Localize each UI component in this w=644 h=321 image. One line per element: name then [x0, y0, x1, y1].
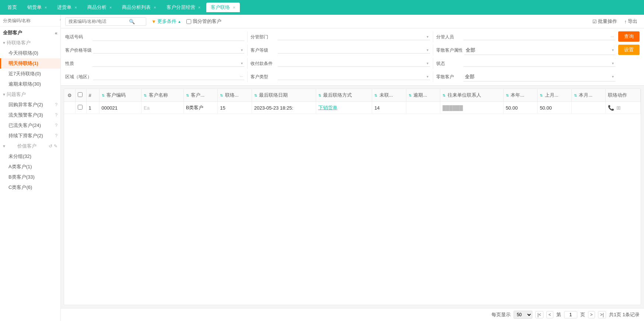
filter-price-level: 客户价格等级 ▾	[65, 47, 244, 54]
my-customers-checkbox[interactable]: 我分管的客户	[186, 18, 221, 25]
sort-icon[interactable]: ⇅	[102, 93, 105, 97]
help-icon[interactable]: ?	[55, 123, 57, 128]
sort-icon[interactable]: ⇅	[574, 93, 577, 97]
sidebar-item-churned[interactable]: 已流失客户(24) ?	[0, 120, 60, 131]
sidebar-search-input[interactable]	[3, 18, 58, 23]
col-overdue[interactable]: ⇅ 逾期...	[406, 89, 440, 102]
col-unit-contact[interactable]: ⇅ 往来单位联系人	[440, 89, 503, 102]
group-value-customers[interactable]: 价值客户 ↺ ✎	[0, 141, 60, 151]
nav-item-customer-contact[interactable]: 客户联络 ×	[206, 3, 239, 12]
prev-page-button[interactable]: <	[546, 311, 553, 318]
col-this-year[interactable]: ⇅ 本年...	[503, 89, 538, 102]
close-icon[interactable]: ×	[198, 5, 200, 10]
nav-item-product-analysis[interactable]: 商品分析 ×	[83, 3, 116, 12]
settings-button[interactable]: 设置	[618, 45, 640, 55]
sidebar-item-overdue-contact[interactable]: 逾期未联络(30)	[0, 79, 60, 89]
query-button[interactable]: 查询	[618, 31, 640, 42]
close-icon[interactable]: ×	[233, 5, 235, 10]
col-code[interactable]: ⇅ 客户编码	[99, 89, 141, 102]
next-page-button[interactable]: >	[588, 311, 595, 318]
group-problem-customers[interactable]: 问题客户	[0, 89, 60, 100]
sidebar-item-churn-warning[interactable]: 流失预警客户(3) ?	[0, 110, 60, 120]
col-contact[interactable]: ⇅ 联络...	[218, 89, 252, 102]
col-last-method[interactable]: ⇅ 最后联络方式	[316, 89, 372, 102]
search-icon[interactable]: 🔍	[129, 19, 135, 24]
row-last-method-cell[interactable]: 下销货单	[316, 102, 372, 114]
nav-item-product-list[interactable]: 商品分析列表 ×	[118, 3, 160, 12]
nav-item-purchase[interactable]: 进货单 ×	[53, 3, 81, 12]
sort-icon[interactable]: ⇅	[254, 93, 257, 97]
export-button[interactable]: ↑ 导出	[622, 17, 640, 26]
sort-icon[interactable]: ⇅	[409, 93, 412, 97]
data-table-container: ⚙ # ⇅ 客户编码 ⇅	[64, 89, 641, 305]
per-page-select[interactable]: 50 100 200	[514, 311, 532, 319]
col-checkbox[interactable]	[75, 89, 86, 102]
sidebar-item-tomorrow-contact[interactable]: 明天待联络(1)	[0, 58, 60, 69]
sidebar: 🔍 全部客户 « 待联络客户 今天待联络(0) 明天待联络(1) 近7天待联络(…	[0, 15, 61, 321]
my-customers-check[interactable]	[186, 19, 191, 24]
col-last-month[interactable]: ⇅ 上月...	[538, 89, 572, 102]
page-input[interactable]	[564, 311, 577, 318]
phone-input[interactable]	[92, 33, 244, 41]
more-conditions-button[interactable]: ▼ 更多条件 ▲	[149, 17, 183, 26]
status-select[interactable]: ▾	[463, 60, 615, 67]
close-icon[interactable]: ×	[154, 5, 156, 10]
col-type[interactable]: ⇅ 客户...	[183, 89, 218, 102]
sidebar-item-ungrouped[interactable]: 未分组(32)	[0, 151, 60, 162]
col-settings[interactable]: ⚙	[64, 89, 75, 102]
col-name[interactable]: ⇅ 客户名称	[141, 89, 184, 102]
group-pending-contact[interactable]: 待联络客户	[0, 38, 60, 48]
retail-attr-select[interactable]: 全部▾	[464, 46, 615, 55]
sort-icon[interactable]: ⇅	[506, 93, 509, 97]
retail-customer-select[interactable]: 全部▾	[463, 72, 615, 82]
sidebar-item-class-c[interactable]: C类客户(6)	[0, 182, 60, 193]
sort-icon[interactable]: ⇅	[144, 93, 147, 97]
nav-item-home[interactable]: 首页	[3, 3, 21, 12]
sort-icon[interactable]: ⇅	[318, 93, 321, 97]
price-level-select[interactable]: ▾	[93, 47, 244, 54]
sort-icon[interactable]: ⇅	[540, 93, 543, 97]
help-icon[interactable]: ?	[55, 113, 57, 118]
nav-item-customer-tier[interactable]: 客户分层经营 ×	[162, 3, 205, 12]
row-checkbox-cell[interactable]	[75, 102, 86, 114]
sidebar-item-class-b[interactable]: B类客户(33)	[0, 172, 60, 182]
contact-action-icon[interactable]: 📞	[608, 105, 614, 111]
nature-select[interactable]: ▾	[92, 60, 244, 67]
collapse-icon[interactable]: «	[55, 30, 57, 36]
edit-icon[interactable]: ✎	[54, 144, 57, 149]
sort-icon[interactable]: ⇅	[220, 93, 223, 97]
sidebar-item-declining[interactable]: 持续下滑客户(2) ?	[0, 131, 60, 141]
customer-type-select[interactable]: ▾	[278, 73, 430, 80]
customer-level-select[interactable]: ▾	[278, 47, 430, 54]
qr-action-icon[interactable]: ⊞	[616, 105, 621, 111]
refresh-icon[interactable]: ↺	[49, 144, 52, 149]
sidebar-item-7days-contact[interactable]: 近7天待联络(0)	[0, 69, 60, 79]
close-icon[interactable]: ×	[45, 5, 47, 10]
col-this-month[interactable]: ⇅ 本月...	[571, 89, 606, 102]
sort-icon[interactable]: ⇅	[374, 93, 377, 97]
person-select[interactable]: ···	[463, 34, 615, 40]
col-last-date[interactable]: ⇅ 最后联络日期	[252, 89, 316, 102]
col-not-contacted[interactable]: ⇅ 未联...	[372, 89, 406, 102]
sidebar-item-abnormal-repurchase[interactable]: 回购异常客户(2) ?	[0, 100, 60, 110]
row-not-contacted-cell: 14	[372, 102, 406, 114]
select-all-checkbox[interactable]	[78, 92, 83, 97]
row-code-cell: 000021	[99, 102, 141, 114]
sidebar-item-today-contact[interactable]: 今天待联络(0)	[0, 48, 60, 58]
first-page-button[interactable]: |<	[535, 311, 543, 318]
sort-icon[interactable]: ⇅	[186, 93, 189, 97]
batch-operation-button[interactable]: ☑ 批量操作	[590, 17, 619, 26]
dept-select[interactable]: ▾	[278, 34, 430, 40]
row-checkbox[interactable]	[78, 105, 83, 110]
sort-icon[interactable]: ⇅	[442, 93, 445, 97]
close-icon[interactable]: ×	[109, 5, 112, 10]
last-page-button[interactable]: >|	[598, 311, 606, 318]
sidebar-item-class-a[interactable]: A类客户(1)	[0, 162, 60, 172]
help-icon[interactable]: ?	[55, 102, 57, 107]
payment-select[interactable]: ▾	[278, 60, 430, 67]
help-icon[interactable]: ?	[55, 133, 57, 138]
main-search-input[interactable]	[69, 19, 127, 24]
nav-item-sales[interactable]: 销货单 ×	[23, 3, 51, 12]
close-icon[interactable]: ×	[74, 5, 77, 10]
region-select[interactable]: ···	[93, 73, 244, 80]
